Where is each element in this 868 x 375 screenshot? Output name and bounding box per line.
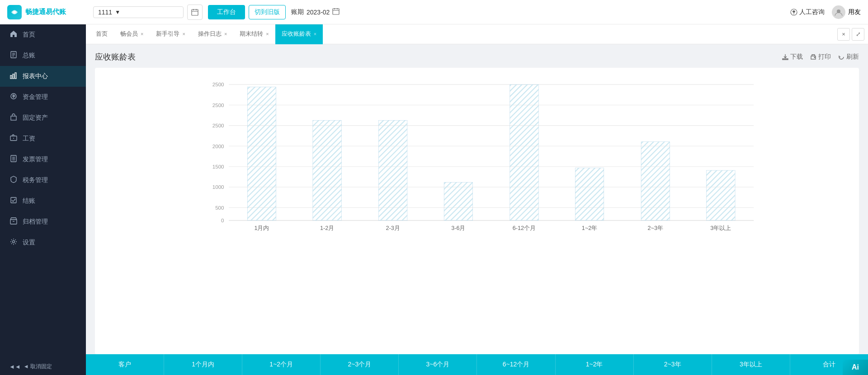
workbench-button[interactable]: 工作台 (208, 5, 245, 19)
sidebar-item-archive[interactable]: 归档管理 (0, 211, 86, 232)
tax-icon (9, 176, 18, 185)
calendar-period-icon[interactable] (332, 8, 340, 16)
calendar-button[interactable] (187, 5, 203, 20)
svg-rect-5 (333, 9, 339, 14)
company-selector[interactable]: 1111 ▼ (93, 6, 184, 18)
svg-text:2000: 2000 (212, 143, 224, 149)
svg-text:3年以上: 3年以上 (710, 225, 731, 231)
tab-aging-close[interactable]: × (314, 31, 316, 37)
top-header: 畅捷通易代账 1111 ▼ 工作台 切到旧版 账期 2023-02 人工咨询 用… (0, 0, 868, 24)
consult-label: 人工咨询 (799, 8, 825, 16)
tab-transfer[interactable]: 期末结转 × (233, 24, 275, 44)
tab-transfer-close[interactable]: × (266, 31, 269, 37)
tab-log-label: 操作日志 (198, 30, 222, 38)
tab-guide-label: 新手引导 (156, 30, 179, 38)
svg-text:2500: 2500 (212, 122, 224, 128)
sidebar-collapse-btn[interactable]: ◄◄ ◄ 取消固定 (0, 358, 86, 375)
consult-button[interactable]: 人工咨询 (790, 8, 825, 16)
svg-text:1~2年: 1~2年 (582, 225, 597, 231)
sidebar-item-ledger[interactable]: 总账 (0, 45, 86, 66)
col-3-6month: 3~6个月 (399, 354, 477, 375)
svg-rect-27 (10, 220, 17, 224)
col-2-3month: 2~3个月 (321, 354, 399, 375)
svg-text:2500: 2500 (212, 81, 224, 87)
svg-text:0: 0 (221, 217, 224, 223)
tab-guide[interactable]: 新手引导 × (150, 24, 191, 44)
user-avatar (832, 5, 845, 19)
ai-badge[interactable]: Ai (843, 360, 868, 375)
svg-rect-26 (11, 197, 16, 203)
sidebar-label-archive: 归档管理 (23, 218, 48, 226)
col-1-2year: 1~2年 (556, 354, 634, 375)
sidebar-item-capital[interactable]: 资金管理 (0, 87, 86, 108)
svg-rect-16 (10, 75, 12, 79)
salary-icon (9, 134, 18, 143)
sidebar-label-report: 报表中心 (23, 72, 48, 80)
svg-rect-18 (15, 73, 16, 79)
sidebar-item-salary[interactable]: 工资 (0, 128, 86, 149)
svg-text:2~3年: 2~3年 (648, 225, 663, 231)
ledger-icon (9, 51, 18, 60)
period-value: 2023-02 (307, 9, 330, 16)
svg-point-10 (793, 14, 794, 14)
bar-1月内 (247, 87, 276, 220)
tab-guide-close[interactable]: × (182, 31, 185, 37)
tab-transfer-label: 期末结转 (240, 30, 263, 38)
sidebar-item-settings[interactable]: 设置 (0, 232, 86, 253)
refresh-label: 刷新 (846, 53, 859, 61)
col-2-3year: 2~3年 (634, 354, 712, 375)
sidebar-item-asset[interactable]: 固定资产 (0, 108, 86, 128)
sidebar: 首页 总账 报表中心 资金管理 固定资产 (0, 24, 86, 375)
sidebar-item-home[interactable]: 首页 (0, 24, 86, 45)
page-header: 应收账龄表 下载 打印 刷新 (95, 52, 859, 62)
bar-3年以上 (707, 170, 735, 220)
sidebar-label-capital: 资金管理 (23, 93, 48, 101)
tab-member[interactable]: 畅会员 × (114, 24, 150, 44)
tab-aging[interactable]: 应收账龄表 × (275, 24, 323, 44)
logo-text: 畅捷通易代账 (25, 8, 66, 16)
home-icon (9, 30, 18, 39)
bar-2-3年 (641, 142, 670, 220)
period-label: 账期 (291, 8, 304, 16)
collapse-icon: ◄◄ (9, 363, 21, 370)
sidebar-label-asset: 固定资产 (23, 114, 48, 122)
sidebar-label-tax: 税务管理 (23, 176, 48, 184)
page-content: 应收账龄表 下载 打印 刷新 (86, 44, 868, 354)
tab-log-close[interactable]: × (224, 31, 227, 37)
sidebar-item-report[interactable]: 报表中心 (0, 66, 86, 87)
collapse-label: ◄ 取消固定 (24, 363, 52, 370)
tabs-bar: 首页 畅会员 × 新手引导 × 操作日志 × 期末结转 × 应收账龄表 × (86, 24, 868, 44)
tab-aging-label: 应收账龄表 (282, 30, 311, 38)
asset-icon (9, 113, 18, 122)
table-header: 客户 1个月内 1~2个月 2~3个月 3~6个月 6~12个月 1~2年 2~… (86, 354, 868, 375)
svg-text:6-12个月: 6-12个月 (513, 225, 536, 231)
sidebar-label-settings: 设置 (23, 239, 35, 247)
page-actions: 下载 打印 刷新 (782, 53, 859, 61)
sidebar-label-settlement: 结账 (23, 197, 35, 205)
svg-text:2-3月: 2-3月 (386, 225, 400, 231)
col-6-12month: 6~12个月 (477, 354, 555, 375)
sidebar-item-settlement[interactable]: 结账 (0, 191, 86, 211)
print-button[interactable]: 打印 (810, 53, 831, 61)
user-area[interactable]: 用友 (832, 5, 861, 19)
page-title: 应收账龄表 (95, 52, 136, 62)
svg-rect-20 (11, 116, 16, 120)
sidebar-item-invoice[interactable]: 发票管理 (0, 149, 86, 170)
tab-close-button[interactable]: × (837, 28, 850, 41)
tab-member-close[interactable]: × (141, 31, 143, 37)
user-name: 用友 (848, 8, 861, 16)
sidebar-item-tax[interactable]: 税务管理 (0, 170, 86, 191)
content-area: 首页 畅会员 × 新手引导 × 操作日志 × 期末结转 × 应收账龄表 × (86, 24, 868, 375)
switch-old-button[interactable]: 切到旧版 (249, 5, 286, 19)
bar-6-12月 (510, 84, 538, 220)
tab-expand-button[interactable]: ⤢ (852, 28, 864, 41)
download-button[interactable]: 下载 (782, 53, 803, 61)
refresh-button[interactable]: 刷新 (838, 53, 859, 61)
company-name: 1111 (98, 9, 112, 16)
tab-log[interactable]: 操作日志 × (192, 24, 233, 44)
svg-text:1月内: 1月内 (254, 225, 269, 231)
tab-home[interactable]: 首页 (90, 24, 114, 44)
svg-text:1000: 1000 (212, 184, 224, 190)
svg-text:2500: 2500 (212, 102, 224, 108)
settings-icon (9, 238, 18, 247)
